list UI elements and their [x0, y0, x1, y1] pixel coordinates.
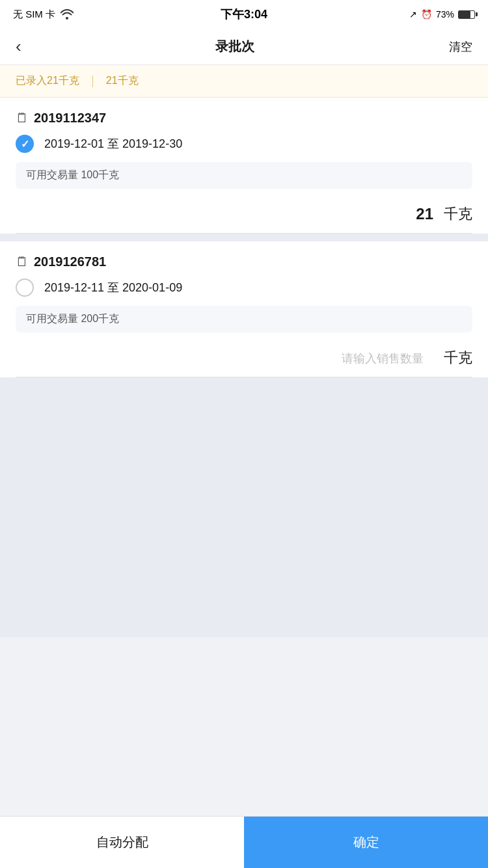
quantity-input-2[interactable]	[303, 349, 433, 366]
batch-1-available: 可用交易量 100千克	[16, 162, 472, 189]
batch-1-date-row[interactable]: 2019-12-01 至 2019-12-30	[0, 132, 488, 156]
clear-button[interactable]: 清空	[449, 39, 472, 55]
batch-2-available: 可用交易量 200千克	[16, 306, 472, 332]
batch-2-date: 2019-12-11 至 2020-01-09	[44, 280, 182, 295]
info-banner: 已录入21千克 21千克	[0, 65, 488, 98]
batch-1-unit: 千克	[444, 204, 472, 224]
status-bar: 无 SIM 卡 下午3:04 ↗ ⏰ 73%	[0, 0, 488, 29]
doc-icon-1: 🗒	[16, 111, 29, 126]
doc-icon-2: 🗒	[16, 254, 29, 269]
battery-percent: 73%	[436, 9, 454, 20]
batch-1-id: 2019112347	[34, 111, 106, 126]
batch-2-unit: 千克	[444, 348, 472, 368]
status-time: 下午3:04	[221, 7, 267, 22]
recorded-value: 21千克	[106, 74, 139, 88]
battery-icon	[458, 10, 475, 19]
status-right: ↗ ⏰ 73%	[409, 9, 475, 20]
confirm-button[interactable]: 确定	[244, 817, 488, 868]
auto-distribute-button[interactable]: 自动分配	[0, 817, 244, 868]
batch-1-date: 2019-12-01 至 2019-12-30	[44, 136, 182, 152]
banner-divider	[92, 75, 93, 87]
empty-area	[0, 377, 488, 638]
nav-bar: ‹ 录批次 清空	[0, 29, 488, 65]
batch-1-radio[interactable]	[16, 135, 34, 153]
bottom-bar: 自动分配 确定	[0, 816, 488, 868]
page-title: 录批次	[215, 38, 254, 55]
batch-card-1: 🗒 2019112347 2019-12-01 至 2019-12-30 可用交…	[0, 98, 488, 234]
batch-2-date-row[interactable]: 2019-12-11 至 2020-01-09	[0, 276, 488, 299]
back-button[interactable]: ‹	[16, 36, 21, 57]
alarm-icon: ⏰	[421, 9, 432, 20]
batch-2-radio[interactable]	[16, 278, 34, 297]
batch-card-2: 🗒 2019126781 2019-12-11 至 2020-01-09 可用交…	[0, 241, 488, 377]
recorded-label: 已录入21千克	[16, 74, 79, 88]
batch-1-amount-row: 21 千克	[0, 195, 488, 233]
status-left: 无 SIM 卡	[13, 8, 74, 21]
batch-1-header: 🗒 2019112347	[0, 98, 488, 132]
batch-2-header: 🗒 2019126781	[0, 241, 488, 276]
batch-1-amount: 21	[416, 205, 433, 223]
location-icon: ↗	[409, 9, 417, 20]
carrier-text: 无 SIM 卡	[13, 8, 55, 21]
section-divider	[0, 234, 488, 241]
wifi-icon	[61, 9, 74, 20]
batch-2-input-row: 千克	[0, 339, 488, 377]
batch-2-id: 2019126781	[34, 254, 106, 269]
